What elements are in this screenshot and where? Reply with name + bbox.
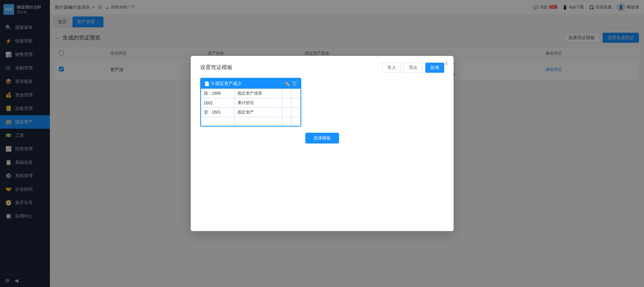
template-card-title: 5-固定资产减少 bbox=[212, 81, 282, 87]
import-button[interactable]: 导入 bbox=[382, 63, 401, 73]
new-button[interactable]: 新增 bbox=[425, 63, 444, 73]
template-edit-icon[interactable]: ✏️ bbox=[284, 81, 290, 86]
modal: 设置凭证模板 导入 导出 新增 × 📄 5-固定资产减少 ✏️ 🗑️ 借：160… bbox=[191, 56, 454, 231]
template-row: 1602 累计折旧 bbox=[201, 98, 300, 108]
template-file-icon: 📄 bbox=[204, 81, 210, 86]
modal-overlay: 设置凭证模板 导入 导出 新增 × 📄 5-固定资产减少 ✏️ 🗑️ 借：160… bbox=[0, 0, 644, 287]
template-card-header: 📄 5-固定资产减少 ✏️ 🗑️ bbox=[201, 78, 301, 89]
template-card-icons: ✏️ 🗑️ bbox=[284, 81, 297, 86]
template-delete-icon[interactable]: 🗑️ bbox=[292, 81, 297, 86]
select-template-button[interactable]: 选择模板 bbox=[305, 133, 339, 144]
template-row bbox=[201, 117, 300, 126]
template-row: 贷：1601 固定资产 bbox=[201, 108, 300, 117]
modal-close-button[interactable]: × bbox=[444, 61, 448, 67]
template-table: 借：1606 固定资产清理 1602 累计折旧 贷：1601 固定资产 bbox=[201, 89, 301, 126]
modal-actions: 导入 导出 新增 bbox=[382, 63, 444, 73]
export-button[interactable]: 导出 bbox=[404, 63, 423, 73]
modal-body: 📄 5-固定资产减少 ✏️ 🗑️ 借：1606 固定资产清理 1602 累计折旧… bbox=[200, 78, 444, 144]
template-row: 借：1606 固定资产清理 bbox=[201, 89, 300, 98]
template-card: 📄 5-固定资产减少 ✏️ 🗑️ 借：1606 固定资产清理 1602 累计折旧… bbox=[200, 78, 301, 127]
